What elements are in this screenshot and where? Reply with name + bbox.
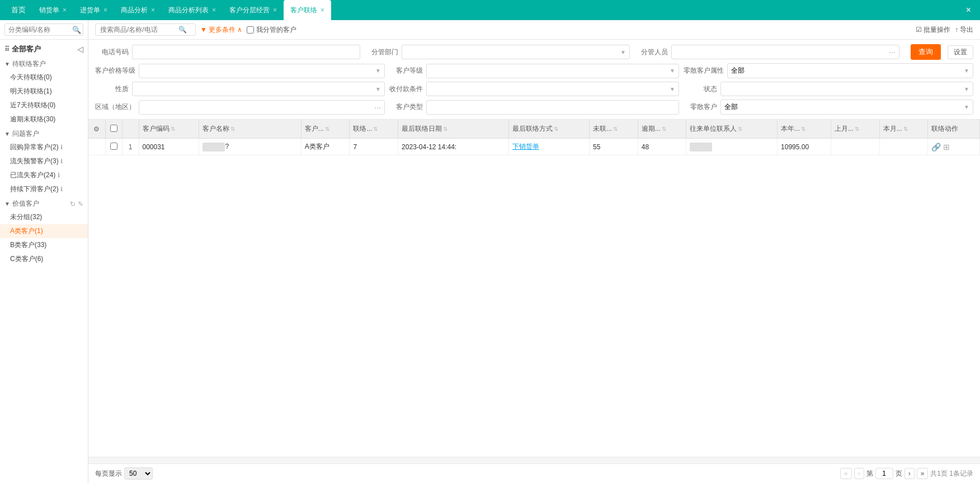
sort-overdue-icon: ⇅ xyxy=(662,126,666,132)
row-uncontacted: 55 xyxy=(590,139,638,155)
nav-customer-segment[interactable]: 客户分层经营 × xyxy=(223,0,284,20)
action-buttons: 🔗 ⊞ xyxy=(931,143,976,151)
more-conditions-btn[interactable]: ▼ 更多条件 ∧ xyxy=(200,25,242,35)
phone-input[interactable] xyxy=(132,45,360,59)
pagination: « ‹ 第 页 › » 共1页 1条记录 xyxy=(840,468,973,479)
nav-purchase[interactable]: 进货单 × xyxy=(73,0,114,20)
sidebar: 🔍 ⠿ 全部客户 ◁ ▼ 待联络客户 今天待联络(0) 明天待联络(1) 近7天… xyxy=(0,20,88,483)
col-code[interactable]: 客户编码⇅ xyxy=(139,120,199,139)
first-page-btn[interactable]: « xyxy=(840,468,852,479)
price-grade-select[interactable]: ▼ xyxy=(139,64,385,78)
field-status: 状态 ▼ xyxy=(684,82,973,96)
export-btn[interactable]: ↑ 导出 xyxy=(955,25,973,35)
col-overdue[interactable]: 逾期...⇅ xyxy=(638,120,686,139)
sidebar-search-icon: 🔍 xyxy=(72,26,81,34)
close-purchase-tab[interactable]: × xyxy=(103,6,107,14)
customer-search-input[interactable] xyxy=(100,26,178,34)
close-sales-tab[interactable]: × xyxy=(63,6,67,14)
nav-product-analysis[interactable]: 商品分析 × xyxy=(114,0,162,20)
search-icon: 🔍 xyxy=(178,26,187,34)
horizontal-scrollbar[interactable] xyxy=(88,457,980,463)
col-last-month[interactable]: 上月...⇅ xyxy=(831,120,879,139)
col-contact-count[interactable]: 联络...⇅ xyxy=(350,120,398,139)
close-segment-tab[interactable]: × xyxy=(273,6,277,14)
arrow-icon: ▼ xyxy=(4,61,10,67)
sidebar-item-tomorrow[interactable]: 明天待联络(1) xyxy=(0,84,88,98)
sidebar-item-churn-warning[interactable]: 流失预警客户(3) ℹ xyxy=(0,154,88,168)
close-product-analysis-tab[interactable]: × xyxy=(151,6,155,14)
query-btn[interactable]: 查询 xyxy=(911,44,941,60)
my-customers-check[interactable] xyxy=(247,26,254,34)
col-last-method[interactable]: 最后联络方式⇅ xyxy=(508,120,589,139)
batch-ops-btn[interactable]: ☑ 批量操作 xyxy=(916,25,950,35)
next-page-btn[interactable]: › xyxy=(904,468,915,479)
row-last-date: 2023-04-12 14:44: xyxy=(398,139,509,155)
sidebar-item-7days[interactable]: 近7天待联络(0) xyxy=(0,98,88,112)
prev-page-btn[interactable]: ‹ xyxy=(854,468,864,479)
nature-select[interactable]: ▼ xyxy=(132,82,385,96)
more-arrow-icon: ∧ xyxy=(237,26,242,34)
nav-home[interactable]: 首页 xyxy=(4,0,32,20)
retail-customer-select[interactable]: 全部▼ xyxy=(720,100,973,115)
col-contact-person[interactable]: 往来单位联系人⇅ xyxy=(686,120,778,139)
sidebar-item-abnormal[interactable]: 回购异常客户(2) ℹ xyxy=(0,140,88,154)
arrow-icon-2: ▼ xyxy=(4,131,10,137)
action-link-icon[interactable]: 🔗 xyxy=(931,143,941,151)
my-customers-checkbox[interactable]: 我分管的客户 xyxy=(247,25,296,35)
field-customer-type: 客户类型 xyxy=(389,100,679,115)
customer-type-input[interactable] xyxy=(426,100,679,115)
payment-select[interactable]: ▼ xyxy=(426,82,679,96)
col-last-date[interactable]: 最后联络日期⇅ xyxy=(398,120,509,139)
sidebar-header: ⠿ 全部客户 ◁ xyxy=(0,40,88,56)
sidebar-item-class-b[interactable]: B类客户(33) xyxy=(0,238,88,252)
close-product-list-tab[interactable]: × xyxy=(212,6,216,14)
filter-row-1: 电话号码 分管部门 ▼ 分管人员 ··· 查询 设置 xyxy=(95,44,973,60)
sidebar-item-overdue[interactable]: 逾期未联络(30) xyxy=(0,112,88,126)
row-code: 000031 xyxy=(139,139,199,155)
page-size-select[interactable]: 50 100 200 xyxy=(124,467,153,480)
sidebar-item-churned[interactable]: 已流失客户(24) ℹ xyxy=(0,168,88,182)
sidebar-item-today[interactable]: 今天待联络(0) xyxy=(0,70,88,84)
page-input[interactable] xyxy=(875,468,893,479)
table-area: ⚙ 客户编码⇅ 客户名称⇅ 客户...⇅ xyxy=(88,120,980,457)
retail-attr-select[interactable]: 全部▼ xyxy=(727,63,973,78)
section-value-customers: ▼ 价值客户 ↻ ✎ xyxy=(0,196,88,210)
col-uncontacted[interactable]: 未联...⇅ xyxy=(590,120,638,139)
sidebar-collapse-btn[interactable]: ◁ xyxy=(77,45,83,54)
customer-grade-select[interactable]: ▼ xyxy=(426,64,679,78)
nav-sales[interactable]: 销货单 × xyxy=(32,0,73,20)
sidebar-item-ungrouped[interactable]: 未分组(32) xyxy=(0,210,88,224)
col-this-year[interactable]: 本年...⇅ xyxy=(778,120,831,139)
sidebar-item-declining[interactable]: 持续下滑客户(2) ℹ xyxy=(0,182,88,196)
nav-product-analysis-list[interactable]: 商品分析列表 × xyxy=(162,0,223,20)
field-payment: 收付款条件 ▼ xyxy=(389,82,679,96)
action-grid-icon[interactable]: ⊞ xyxy=(943,143,950,151)
all-customers-label[interactable]: 全部客户 xyxy=(12,44,41,54)
close-all-tabs[interactable]: × xyxy=(962,5,976,15)
sidebar-search-input[interactable] xyxy=(4,23,83,36)
settings-col[interactable]: ⚙ xyxy=(88,120,105,139)
sidebar-item-class-a[interactable]: A类客户(1) xyxy=(0,224,88,238)
settings-btn[interactable]: 设置 xyxy=(948,45,973,59)
dept-select[interactable]: ▼ xyxy=(402,45,630,59)
sort-name-icon: ⇅ xyxy=(230,126,235,132)
manager-input[interactable]: ··· xyxy=(671,45,899,59)
field-region: 区域（地区） ··· xyxy=(95,100,385,115)
col-type[interactable]: 客户...⇅ xyxy=(301,120,350,139)
close-contact-tab[interactable]: × xyxy=(321,6,324,14)
region-input[interactable]: ··· xyxy=(139,100,385,115)
page-of-label: 页 xyxy=(896,469,902,479)
nav-customer-contact[interactable]: 客户联络 × xyxy=(284,0,331,20)
filter-row-4: 区域（地区） ··· 客户类型 零散客户 全部▼ xyxy=(95,100,973,115)
sidebar-item-class-c[interactable]: C类客户(6) xyxy=(0,252,88,266)
col-this-month[interactable]: 本月...⇅ xyxy=(879,120,928,139)
last-page-btn[interactable]: » xyxy=(917,468,929,479)
col-name[interactable]: 客户名称⇅ xyxy=(199,120,301,139)
edit-icon[interactable]: ✎ xyxy=(78,200,83,208)
filter-row-2: 客户价格等级 ▼ 客户等级 ▼ 零散客户属性 全部▼ xyxy=(95,63,973,78)
refresh-icon[interactable]: ↻ xyxy=(70,200,76,208)
row-checkbox[interactable] xyxy=(110,143,117,150)
last-method-link[interactable]: 下销货单 xyxy=(512,143,539,150)
select-all-checkbox[interactable] xyxy=(110,125,117,132)
status-select[interactable]: ▼ xyxy=(720,82,973,96)
